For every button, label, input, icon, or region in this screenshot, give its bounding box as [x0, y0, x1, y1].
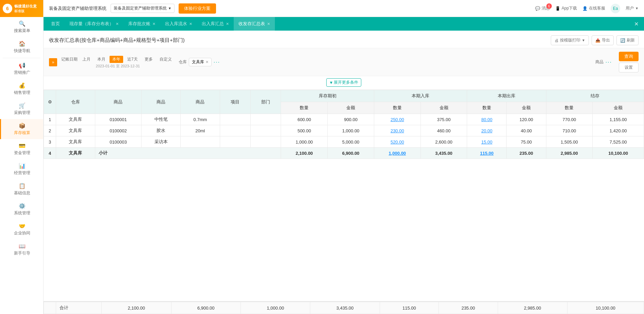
- query-button[interactable]: 查询: [619, 52, 639, 61]
- warehouse-label: 仓库: [179, 59, 187, 65]
- subtotal-bal-qty: 2,985.00: [546, 148, 593, 159]
- subtotal-out-amt: 235.00: [507, 148, 546, 159]
- cell-out-qty[interactable]: 20.00: [467, 125, 507, 136]
- sidebar-item-inventory[interactable]: 📦 库存核算: [0, 119, 43, 139]
- sidebar-item-enterprise[interactable]: 🤝 企业协同: [0, 219, 43, 239]
- tab-inout-summary[interactable]: 出入库汇总 ✕: [197, 17, 234, 31]
- sidebar-item-operation-label: 经营管理: [14, 170, 30, 176]
- refresh-button[interactable]: 🔄 刷新: [616, 35, 639, 45]
- sidebar-item-finance[interactable]: 💳 资金管理: [0, 139, 43, 159]
- date-option-last-month[interactable]: 上月: [80, 56, 93, 63]
- sidebar-item-operation[interactable]: 📊 经营管理: [0, 159, 43, 179]
- sidebar-item-system[interactable]: ⚙️ 系统管理: [0, 199, 43, 219]
- date-option-7-days[interactable]: 近7天: [125, 56, 141, 63]
- user-chevron-icon: ▼: [635, 6, 639, 10]
- warehouse-tag[interactable]: 文具库 ✕: [189, 58, 212, 66]
- sidebar-item-marketing[interactable]: 📢 营销推广: [0, 59, 43, 79]
- date-filter-group: 记账日期 上月 本月 本年 近7天 更多 自定义 2023-01-01 至 20…: [61, 56, 175, 69]
- sidebar-item-sales[interactable]: 💰 销售管理: [0, 79, 43, 99]
- export-label: 导出: [602, 37, 610, 43]
- system-select[interactable]: 装备及固定资产辅助管理系统 ▼: [111, 4, 175, 13]
- sidebar-item-quick[interactable]: 🏠 快捷导航: [0, 37, 43, 57]
- tab-recv-send-summary[interactable]: 收发存汇总表 ✕: [234, 17, 275, 31]
- tab-batch-account-close[interactable]: ✕: [152, 22, 155, 26]
- page-header: 收发存汇总表(按仓库+商品编码+商品+规格型号+项目+部门) 🖨 按模版打印 ▼…: [44, 31, 644, 48]
- messages-item[interactable]: 💬 消息 6: [535, 5, 550, 11]
- tab-batch-account[interactable]: 库存批次账 ✕: [123, 17, 160, 31]
- th-warehouse: 仓库: [56, 90, 95, 114]
- cell-in-qty[interactable]: 250.00: [374, 114, 420, 125]
- app-subtitle: 标准版: [14, 9, 37, 13]
- tab-recv-send-summary-close[interactable]: ✕: [267, 22, 270, 26]
- guide-icon: 📖: [19, 243, 26, 249]
- sidebar-item-purchase[interactable]: 🛒 采购管理: [0, 99, 43, 119]
- sidebar-item-guide[interactable]: 📖 新手引导: [0, 239, 43, 260]
- filter-settings-button[interactable]: 设置: [619, 63, 639, 72]
- cell-init-qty: 1,000.00: [281, 136, 328, 148]
- cell-warehouse: 文具库: [56, 114, 95, 125]
- footer-out-qty: 115.00: [380, 302, 439, 314]
- trial-button[interactable]: 体验行业方案: [179, 3, 216, 14]
- th-out-qty: 数量: [467, 102, 507, 114]
- tab-inout-summary-label: 出入库汇总: [202, 21, 224, 27]
- expand-filter-label: 展开更多条件: [334, 80, 358, 85]
- th-settings[interactable]: ⚙: [44, 90, 56, 114]
- filter-collapse-button[interactable]: »: [49, 58, 57, 66]
- date-option-this-month[interactable]: 本月: [95, 56, 108, 63]
- online-service-item[interactable]: 👤 在线客服: [582, 5, 605, 11]
- cell-init-qty: 600.00: [281, 114, 328, 125]
- tab-inout-flow-close[interactable]: ✕: [189, 22, 192, 26]
- tab-inventory-dist[interactable]: 现存量（库存分布表） ✕: [65, 17, 123, 31]
- print-label: 按模版打印: [560, 37, 580, 43]
- footer-label: 合计: [56, 302, 102, 314]
- date-options: 上月 本月 本年 近7天 更多 自定义: [80, 56, 175, 63]
- user-name-item[interactable]: 用户 ▼: [626, 5, 639, 11]
- cell-spec: 0.7mm: [180, 114, 220, 125]
- date-option-more[interactable]: 更多: [142, 56, 155, 63]
- expand-filter-button[interactable]: ▼ 展开更多条件: [326, 78, 362, 87]
- finance-icon: 💳: [19, 143, 26, 149]
- print-button[interactable]: 🖨 按模版打印 ▼: [551, 35, 589, 45]
- date-option-this-year[interactable]: 本年: [110, 56, 123, 63]
- cell-spec: 20ml: [180, 125, 220, 136]
- footer-in-amt: 3,435.00: [310, 302, 380, 314]
- double-right-icon: »: [52, 60, 54, 65]
- date-option-custom[interactable]: 自定义: [157, 56, 175, 63]
- subtotal-bal-amt: 10,100.00: [593, 148, 644, 159]
- goods-ellipsis[interactable]: ···: [606, 59, 612, 65]
- cell-init-amt: 900.00: [328, 114, 374, 125]
- tab-inventory-dist-close[interactable]: ✕: [116, 22, 119, 26]
- tab-bar-close-all[interactable]: ✕: [631, 21, 641, 27]
- user-avatar[interactable]: Ea: [611, 4, 620, 13]
- cell-in-qty[interactable]: 520.00: [374, 136, 420, 148]
- sidebar-item-quick-label: 快捷导航: [14, 48, 30, 54]
- table-footer: 合计 2,100.00 6,900.00 1,000.00 3,435.00 1…: [44, 301, 644, 314]
- sidebar-item-search[interactable]: 🔍 搜索菜单: [0, 17, 43, 37]
- cell-project: [220, 114, 250, 125]
- tab-inout-summary-close[interactable]: ✕: [226, 22, 229, 26]
- refresh-icon: 🔄: [620, 38, 625, 43]
- th-code: 商品: [95, 90, 142, 114]
- warehouse-tag-close[interactable]: ✕: [205, 60, 209, 64]
- tab-home[interactable]: 首页: [46, 17, 65, 31]
- app-title: 畅捷通好生意: [14, 4, 37, 9]
- cell-bal-amt: 1,155.00: [593, 114, 644, 125]
- cell-in-qty[interactable]: 230.00: [374, 125, 420, 136]
- tab-inout-flow[interactable]: 出入库流水 ✕: [160, 17, 197, 31]
- cell-out-amt: 120.00: [507, 114, 546, 125]
- page-actions: 🖨 按模版打印 ▼ 📤 导出 🔄 刷新: [551, 35, 639, 45]
- warehouse-ellipsis[interactable]: ···: [214, 59, 220, 65]
- export-button[interactable]: 📤 导出: [592, 35, 614, 45]
- sidebar-item-base[interactable]: 📋 基础信息: [0, 179, 43, 199]
- tab-recv-send-summary-label: 收发存汇总表: [238, 21, 265, 27]
- user-avatar-text: Ea: [613, 6, 618, 11]
- app-download-item[interactable]: 📱 App下载: [555, 5, 577, 11]
- table-settings-icon[interactable]: ⚙: [48, 99, 52, 104]
- th-period-out: 本期出库: [467, 90, 546, 102]
- sidebar-item-purchase-label: 采购管理: [14, 110, 30, 116]
- cell-out-qty[interactable]: 80.00: [467, 114, 507, 125]
- footer-empty-1: [44, 302, 56, 314]
- cell-code: 0100003: [95, 136, 142, 148]
- cell-out-qty[interactable]: 15.00: [467, 136, 507, 148]
- th-spec: 商品: [180, 90, 220, 114]
